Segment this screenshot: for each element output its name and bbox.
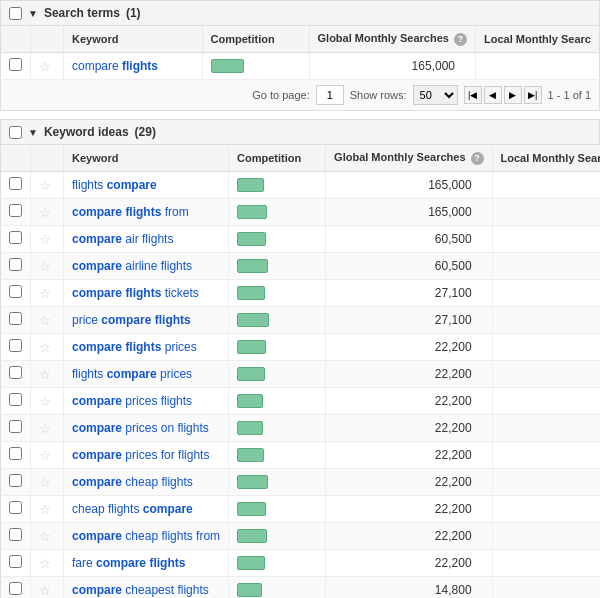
goto-page-input[interactable]: [316, 85, 344, 105]
star-icon[interactable]: ☆: [39, 529, 51, 544]
row-global-cell: 165,000: [326, 172, 492, 199]
keyword-ideas-title: Keyword ideas: [44, 125, 129, 139]
row-checkbox-cell: [1, 53, 31, 80]
keyword-link[interactable]: price compare flights: [72, 313, 191, 327]
keyword-ideas-select-all[interactable]: [9, 126, 22, 139]
row-global-cell: 22,200: [326, 388, 492, 415]
row-local-cell: [492, 469, 600, 496]
star-icon[interactable]: ☆: [39, 232, 51, 247]
star-icon[interactable]: ☆: [39, 367, 51, 382]
row-keyword-cell: price compare flights: [64, 307, 229, 334]
star-icon[interactable]: ☆: [39, 394, 51, 409]
row-checkbox-cell: [1, 226, 31, 253]
row-local-cell: [492, 307, 600, 334]
keyword-link[interactable]: compare air flights: [72, 232, 173, 246]
competition-bar-container: [237, 340, 317, 354]
star-icon[interactable]: ☆: [39, 286, 51, 301]
row-checkbox-cell: [1, 469, 31, 496]
row-checkbox[interactable]: [9, 177, 22, 190]
last-page-button[interactable]: ▶|: [524, 86, 542, 104]
row-star-cell: ☆: [31, 415, 64, 442]
table-row: ☆ compare prices on flights 22,200: [1, 415, 601, 442]
keyword-link[interactable]: compare cheap flights from: [72, 529, 220, 543]
row-keyword-cell: compare flights: [64, 53, 203, 80]
rows-select[interactable]: 50 25 100: [413, 85, 458, 105]
th-star-search: [31, 26, 64, 53]
row-checkbox[interactable]: [9, 582, 22, 595]
prev-page-button[interactable]: ◀: [484, 86, 502, 104]
keyword-link[interactable]: compare prices for flights: [72, 448, 209, 462]
row-keyword-cell: compare flights tickets: [64, 280, 229, 307]
star-icon[interactable]: ☆: [39, 448, 51, 463]
row-checkbox-cell: [1, 172, 31, 199]
next-page-button[interactable]: ▶: [504, 86, 522, 104]
keyword-link[interactable]: compare prices on flights: [72, 421, 209, 435]
star-icon[interactable]: ☆: [39, 556, 51, 571]
row-checkbox[interactable]: [9, 420, 22, 433]
th-global-search: Global Monthly Searches ?: [309, 26, 475, 53]
keyword-link[interactable]: flights compare: [72, 178, 157, 192]
star-icon[interactable]: ☆: [39, 178, 51, 193]
keyword-link[interactable]: compare flights from: [72, 205, 189, 219]
first-page-button[interactable]: |◀: [464, 86, 482, 104]
row-keyword-cell: compare flights prices: [64, 334, 229, 361]
row-star-cell: ☆: [31, 361, 64, 388]
keyword-link[interactable]: cheap flights compare: [72, 502, 193, 516]
competition-bar-container: [237, 178, 317, 192]
row-checkbox[interactable]: [9, 555, 22, 568]
star-icon[interactable]: ☆: [39, 313, 51, 328]
row-checkbox[interactable]: [9, 312, 22, 325]
keyword-link[interactable]: compare flights prices: [72, 340, 197, 354]
row-competition-cell: [229, 226, 326, 253]
row-checkbox[interactable]: [9, 366, 22, 379]
row-checkbox[interactable]: [9, 528, 22, 541]
keyword-link[interactable]: compare flights: [72, 59, 158, 73]
row-keyword-cell: flights compare: [64, 172, 229, 199]
search-terms-count: (1): [126, 6, 141, 20]
keyword-link[interactable]: compare airline flights: [72, 259, 192, 273]
competition-bar: [237, 421, 263, 435]
search-terms-select-all[interactable]: [9, 7, 22, 20]
row-checkbox[interactable]: [9, 447, 22, 460]
row-checkbox-cell: [1, 307, 31, 334]
row-checkbox[interactable]: [9, 474, 22, 487]
competition-bar-container: [237, 313, 317, 327]
row-checkbox[interactable]: [9, 204, 22, 217]
star-icon[interactable]: ☆: [39, 205, 51, 220]
row-checkbox[interactable]: [9, 393, 22, 406]
row-checkbox[interactable]: [9, 258, 22, 271]
star-icon[interactable]: ☆: [39, 59, 51, 74]
row-global-cell: 22,200: [326, 442, 492, 469]
star-icon[interactable]: ☆: [39, 421, 51, 436]
global-help-icon-search[interactable]: ?: [454, 33, 467, 46]
row-local-cell: [492, 523, 600, 550]
table-row: ☆ compare flights 165,000: [1, 53, 600, 80]
row-checkbox[interactable]: [9, 339, 22, 352]
competition-bar-container: [237, 259, 317, 273]
star-icon[interactable]: ☆: [39, 502, 51, 517]
keyword-link[interactable]: compare flights tickets: [72, 286, 199, 300]
row-checkbox[interactable]: [9, 58, 22, 71]
keyword-link[interactable]: compare prices flights: [72, 394, 192, 408]
th-check-search: [1, 26, 31, 53]
row-star-cell: ☆: [31, 496, 64, 523]
row-checkbox[interactable]: [9, 285, 22, 298]
keyword-ideas-collapse-icon[interactable]: ▼: [28, 127, 38, 138]
keyword-link[interactable]: compare cheapest flights: [72, 583, 209, 597]
global-help-icon-ideas[interactable]: ?: [471, 152, 484, 165]
keyword-link[interactable]: compare cheap flights: [72, 475, 193, 489]
search-terms-table: Keyword Competition Global Monthly Searc…: [0, 25, 600, 80]
th-competition-search: Competition: [202, 26, 309, 53]
star-icon[interactable]: ☆: [39, 259, 51, 274]
star-icon[interactable]: ☆: [39, 475, 51, 490]
row-checkbox[interactable]: [9, 501, 22, 514]
star-icon[interactable]: ☆: [39, 583, 51, 598]
row-competition-cell: [229, 496, 326, 523]
keyword-link[interactable]: fare compare flights: [72, 556, 185, 570]
row-checkbox[interactable]: [9, 231, 22, 244]
table-row: ☆ compare flights from 165,000: [1, 199, 601, 226]
collapse-icon[interactable]: ▼: [28, 8, 38, 19]
table-row: ☆ flights compare prices 22,200: [1, 361, 601, 388]
star-icon[interactable]: ☆: [39, 340, 51, 355]
keyword-link[interactable]: flights compare prices: [72, 367, 192, 381]
